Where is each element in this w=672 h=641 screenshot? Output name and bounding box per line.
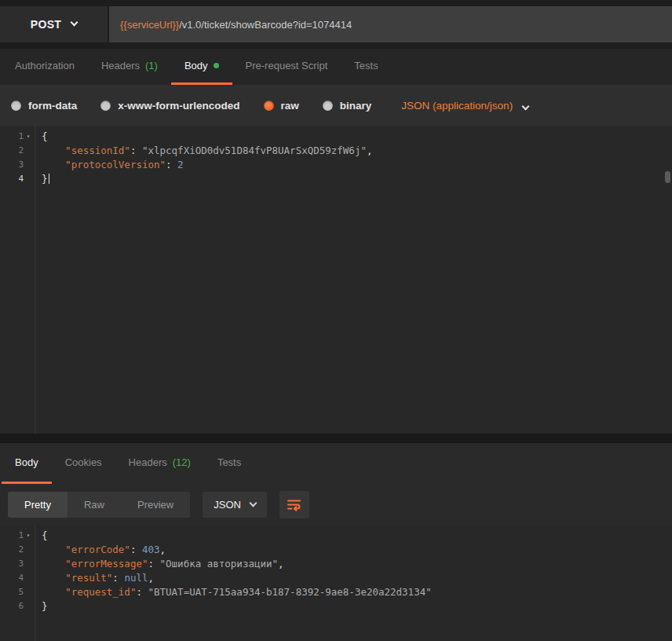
response-format-select[interactable]: JSON xyxy=(203,492,267,518)
method-select[interactable]: POST xyxy=(0,6,108,42)
line-number: 4 xyxy=(18,571,24,585)
code-line: 3 "errorMessage": "Ошибка авторизации", xyxy=(0,557,672,571)
method-label: POST xyxy=(31,18,61,31)
gutter: 1▾ xyxy=(0,529,35,543)
radio-label: binary xyxy=(340,100,372,112)
request-tabs: Authorization Headers (1) Body Pre-reque… xyxy=(0,49,672,85)
tab-headers[interactable]: Headers (1) xyxy=(88,49,171,85)
code-text: "sessionId": "xlpcqfXiOD0dv51D84fvP8UArS… xyxy=(35,144,372,158)
body-type-bar: form-data x-www-form-urlencoded raw bina… xyxy=(0,85,672,126)
bodytype-binary[interactable]: binary xyxy=(323,100,372,112)
radio-unselected-icon xyxy=(11,101,21,111)
tab-pre-request-script[interactable]: Pre-request Script xyxy=(232,49,341,85)
code-text: } xyxy=(35,599,48,614)
headers-count-badge: (12) xyxy=(173,456,191,468)
bodytype-urlencoded[interactable]: x-www-form-urlencoded xyxy=(100,100,239,112)
response-body-panel: 1▾{2 "errorCode": 403,3 "errorMessage": … xyxy=(0,525,672,641)
radio-unselected-icon xyxy=(100,101,111,111)
response-toolbar: Pretty Raw Preview JSON xyxy=(0,484,672,525)
bodytype-form-data[interactable]: form-data xyxy=(11,100,77,112)
code-text: "errorMessage": "Ошибка авторизации", xyxy=(35,557,284,571)
tab-label: Tests xyxy=(354,60,378,71)
code-line: 2 "errorCode": 403, xyxy=(0,543,672,557)
wrap-text-button[interactable] xyxy=(279,491,309,518)
code-text: "protocolVersion": 2 xyxy=(35,158,184,172)
radio-unselected-icon xyxy=(323,101,333,111)
line-number: 6 xyxy=(18,599,24,614)
gutter: 1▾ xyxy=(0,130,35,144)
chevron-down-icon xyxy=(249,500,257,507)
line-number: 2 xyxy=(18,543,24,557)
response-tabs: Body Cookies Headers (12) Tests xyxy=(0,443,672,484)
gutter: 2 xyxy=(0,543,35,557)
code-line: 4 "result": null, xyxy=(0,571,672,585)
code-text: { xyxy=(35,529,48,543)
response-tab-headers[interactable]: Headers (12) xyxy=(115,443,204,484)
tab-label: Body xyxy=(15,456,38,468)
gutter: 5 xyxy=(0,585,35,599)
code-text: } xyxy=(35,172,49,186)
panel-resize-divider[interactable] xyxy=(0,434,672,443)
response-tab-body[interactable]: Body xyxy=(2,443,52,484)
headers-count-badge: (1) xyxy=(145,60,158,71)
tab-label: Tests xyxy=(217,456,241,468)
chevron-down-icon xyxy=(522,102,530,110)
line-number: 1 xyxy=(18,529,24,543)
radio-label: form-data xyxy=(28,100,77,112)
code-text: "errorCode": 403, xyxy=(35,543,166,557)
tab-label: Body xyxy=(184,60,208,71)
tab-body[interactable]: Body xyxy=(171,49,232,85)
line-number: 2 xyxy=(18,144,24,158)
chevron-wrap xyxy=(523,100,528,112)
url-input[interactable]: {{serviceUrl}}/v1.0/ticket/showBarcode?i… xyxy=(109,6,672,42)
postman-window: POST {{serviceUrl}}/v1.0/ticket/showBarc… xyxy=(0,0,672,641)
view-preview-button[interactable]: Preview xyxy=(121,492,190,518)
gutter: 6 xyxy=(0,599,35,614)
code-text: "request_id": "BTUAT=UAT-715aa934-b187-8… xyxy=(35,585,432,599)
request-body-panel: 1▾{2 "sessionId": "xlpcqfXiOD0dv51D84fvP… xyxy=(0,126,672,434)
code-line: 3 "protocolVersion": 2 xyxy=(0,158,672,172)
radio-selected-icon xyxy=(264,101,274,111)
line-number: 3 xyxy=(18,557,24,571)
line-number: 1 xyxy=(18,130,24,144)
code-line: 5 "request_id": "BTUAT=UAT-715aa934-b187… xyxy=(0,585,672,599)
request-url-bar: POST {{serviceUrl}}/v1.0/ticket/showBarc… xyxy=(0,0,672,49)
code-text: { xyxy=(35,130,48,144)
bodytype-raw[interactable]: raw xyxy=(264,100,299,112)
line-number: 4 xyxy=(18,172,24,186)
code-text: "result": null, xyxy=(35,571,154,585)
tab-authorization[interactable]: Authorization xyxy=(2,49,88,85)
gutter: 3 xyxy=(0,158,35,172)
fold-toggle-icon[interactable]: ▾ xyxy=(24,529,33,543)
response-view-switch: Pretty Raw Preview xyxy=(8,492,190,518)
body-present-dot-icon xyxy=(214,63,219,68)
line-number: 5 xyxy=(18,585,24,599)
scrollbar-thumb[interactable] xyxy=(665,171,670,183)
tab-label: Authorization xyxy=(15,60,75,71)
code-line: 6} xyxy=(0,599,672,614)
code-line: 1▾{ xyxy=(0,130,672,144)
url-path: /v1.0/ticket/showBarcode?id=1074414 xyxy=(179,19,352,31)
gutter: 4 xyxy=(0,571,35,585)
response-tab-tests[interactable]: Tests xyxy=(204,443,254,484)
view-pretty-button[interactable]: Pretty xyxy=(8,492,68,518)
tab-label: Headers xyxy=(101,60,140,71)
radio-label: x-www-form-urlencoded xyxy=(118,100,239,112)
text-cursor xyxy=(49,174,49,184)
response-body-editor: 1▾{2 "errorCode": 403,3 "errorMessage": … xyxy=(0,525,672,641)
response-tab-cookies[interactable]: Cookies xyxy=(52,443,115,484)
gutter: 2 xyxy=(0,144,35,158)
radio-label: raw xyxy=(281,100,299,112)
tab-tests[interactable]: Tests xyxy=(341,49,391,85)
gutter: 4 xyxy=(0,172,35,186)
tab-label: Cookies xyxy=(65,456,102,468)
content-type-select[interactable]: JSON (application/json) xyxy=(401,100,528,112)
fold-toggle-icon[interactable]: ▾ xyxy=(24,130,33,144)
request-body-editor[interactable]: 1▾{2 "sessionId": "xlpcqfXiOD0dv51D84fvP… xyxy=(0,126,672,434)
tab-label: Pre-request Script xyxy=(246,60,328,71)
line-number: 3 xyxy=(18,158,24,172)
format-label: JSON xyxy=(214,499,241,511)
code-line: 1▾{ xyxy=(0,529,672,543)
gutter: 3 xyxy=(0,557,35,571)
view-raw-button[interactable]: Raw xyxy=(68,492,121,518)
